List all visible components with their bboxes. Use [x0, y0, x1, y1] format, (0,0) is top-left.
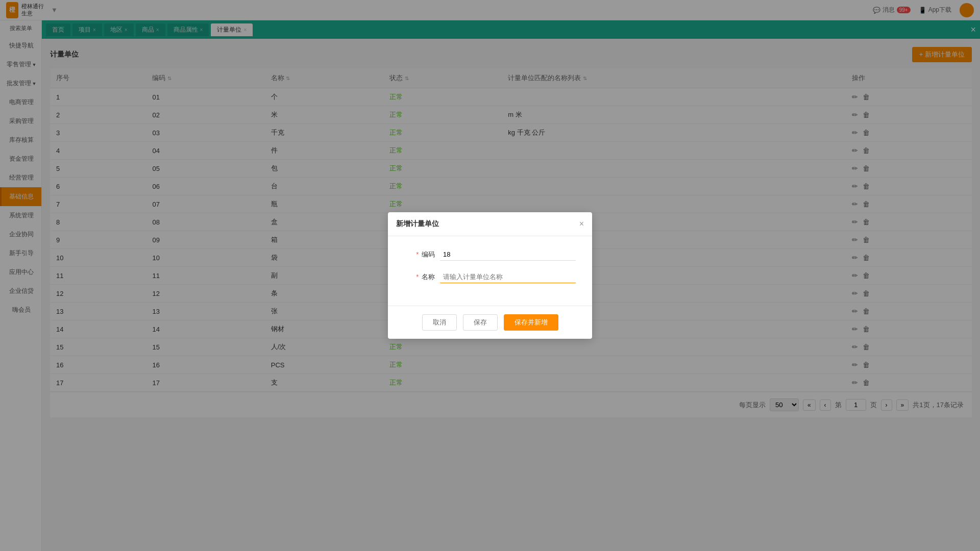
- add-measure-unit-modal: 新增计量单位 × * 编码 * 名称 取消 保存 保存并新增: [388, 212, 592, 339]
- required-mark: *: [416, 251, 419, 258]
- name-label: * 名称: [404, 272, 435, 282]
- code-label: * 编码: [404, 250, 435, 259]
- modal-body: * 编码 * 名称: [388, 236, 592, 306]
- name-input[interactable]: [440, 271, 576, 283]
- code-input[interactable]: [440, 248, 576, 261]
- modal-close-button[interactable]: ×: [579, 219, 584, 229]
- save-button[interactable]: 保存: [463, 314, 498, 331]
- cancel-button[interactable]: 取消: [422, 314, 457, 331]
- modal-footer: 取消 保存 保存并新增: [388, 306, 592, 339]
- required-mark: *: [416, 273, 419, 281]
- modal-title: 新增计量单位: [396, 219, 439, 229]
- save-and-add-button[interactable]: 保存并新增: [504, 314, 558, 331]
- form-row-code: * 编码: [404, 248, 576, 261]
- modal-header: 新增计量单位 ×: [388, 212, 592, 236]
- modal-overlay: 新增计量单位 × * 编码 * 名称 取消 保存 保存并新增: [0, 0, 980, 551]
- form-row-name: * 名称: [404, 271, 576, 283]
